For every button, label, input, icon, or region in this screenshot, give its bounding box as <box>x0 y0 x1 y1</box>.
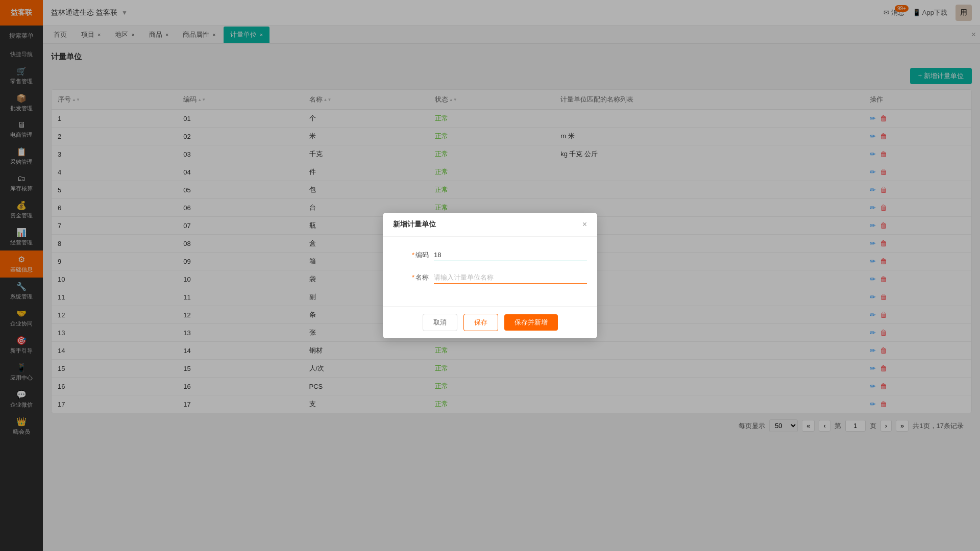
form-row-name: *名称 <box>393 271 587 284</box>
name-label: *名称 <box>393 273 429 282</box>
add-unit-modal: 新增计量单位 × *编码 *名称 取消 保存 保存并新增 <box>383 213 597 338</box>
cancel-button[interactable]: 取消 <box>423 314 457 331</box>
modal-footer: 取消 保存 保存并新增 <box>383 306 597 338</box>
modal-header: 新增计量单位 × <box>383 213 597 237</box>
save-button[interactable]: 保存 <box>463 314 498 331</box>
required-star: * <box>412 251 414 259</box>
form-row-code: *编码 <box>393 249 587 261</box>
save-and-new-button[interactable]: 保存并新增 <box>504 314 558 331</box>
code-input[interactable] <box>434 249 587 261</box>
modal-body: *编码 *名称 <box>383 237 597 306</box>
modal-title: 新增计量单位 <box>393 220 436 229</box>
code-label: *编码 <box>393 251 429 260</box>
modal-overlay: 新增计量单位 × *编码 *名称 取消 保存 保存并新增 <box>0 0 980 551</box>
name-input[interactable] <box>434 271 587 284</box>
modal-close-button[interactable]: × <box>582 220 587 229</box>
required-star2: * <box>412 273 414 281</box>
